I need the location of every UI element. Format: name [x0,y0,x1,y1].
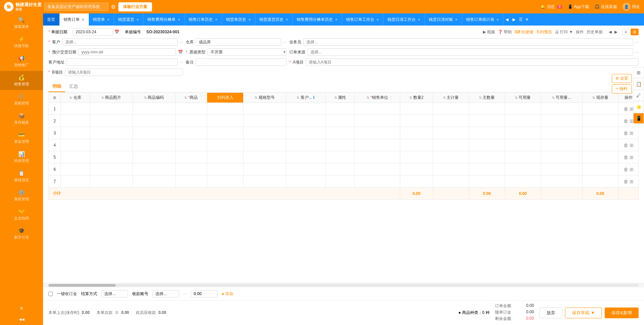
copy-btn-6[interactable]: ⊞ [630,167,634,172]
aproject-input[interactable] [306,58,639,66]
tab-close-daily-workbench[interactable]: ✕ [418,18,420,22]
sidebar-item-quicknav[interactable]: ⚡ 快捷导航 [0,33,43,52]
tab-close-sales-order[interactable]: ✕ [82,18,84,22]
tab-close-all-btn[interactable]: ✕ [524,13,530,26]
form-view-btn[interactable]: ⊞ [631,29,639,35]
cell-scan-1[interactable] [207,103,243,115]
payment-amount-input[interactable] [191,290,218,297]
tab-close-sales-receipt[interactable]: ✕ [107,18,110,22]
cell-code-1[interactable] [132,103,175,115]
cell-customer-code-1[interactable] [286,103,326,115]
tab-return-history[interactable]: 销货退货历史 ✕ [255,13,293,26]
sidebar-item-finance[interactable]: 💳 资金管理 [0,128,43,148]
tab-home[interactable]: 首页 [43,13,60,26]
cell-avail-1[interactable] [505,103,541,115]
settlement-method-select[interactable]: 选择... [101,290,128,297]
receipt-account-select[interactable]: 选择... [152,290,179,297]
right-tool-btn-1[interactable]: ⊞ [633,67,644,78]
user-area[interactable]: 👤 用友 [622,3,640,11]
cell-main-unit-1[interactable] [433,103,469,115]
tab-sales-return[interactable]: 销货退货 ✕ [114,13,143,26]
sidebar-item-sales[interactable]: 💰 销售管理 [0,71,43,90]
right-tool-btn-2[interactable]: 📋 [633,79,644,89]
profit-btn[interactable]: 毛利预告 [536,29,552,35]
tab-order-stats[interactable]: 销售订单统计表 ✕ [462,13,503,26]
tab-detail[interactable]: 明细 [48,81,65,92]
copy-btn-5[interactable]: ⊞ [630,155,634,160]
discard-button[interactable]: 放弃 [539,308,562,318]
cell-avail2-1[interactable] [541,103,582,115]
solution-button[interactable]: 体验行业方案 [118,2,152,11]
history-btn[interactable]: 历史单据 [586,29,603,35]
th-scan[interactable]: 扫码录入 [207,93,243,103]
save-draft-dropdown-icon[interactable]: ▼ [591,310,595,315]
warehouse-input[interactable] [196,38,281,46]
tab-order-workbench[interactable]: 销售订单工作台 ✕ [342,13,383,26]
cell-attr-1[interactable] [326,103,355,115]
cell-qty2-1[interactable] [400,103,433,115]
nav-next-btn[interactable]: ▶ [614,29,618,35]
warehouse-more-btn[interactable]: ··· [283,40,287,44]
cell-warehouse-1[interactable] [61,103,90,115]
tab-expense-history[interactable]: 销售费用分摊单历史 ✕ [293,13,342,26]
cell-unit-1[interactable] [355,103,400,115]
print-dropdown-icon[interactable]: ▼ [569,30,573,34]
add-payment-btn[interactable]: ● 添加 [222,291,233,297]
tab-close-stats[interactable]: ✕ [496,18,499,22]
shortcut-btn[interactable]: ⌨ 快捷键 [515,29,533,35]
tab-close-sales-return[interactable]: ✕ [136,18,139,22]
order-source-input[interactable] [307,48,633,56]
online-service-btn[interactable]: 🎧 在线客服 [595,4,617,10]
customer-input[interactable] [62,38,178,46]
scrollbar-area[interactable] [43,283,644,287]
save-new-button[interactable]: 保存&新增 [605,308,639,318]
tab-sales-order-history[interactable]: 销售订单历史 ✕ [185,13,222,26]
delivery-calendar-icon[interactable]: 📅 [178,50,183,54]
copy-btn-1[interactable]: ⊞ [630,106,634,112]
notification-btn[interactable]: 🔔 消息 9 [540,4,562,10]
sidebar-item-system[interactable]: ⚙️ 系统管理 [0,186,43,205]
staff-more-btn[interactable]: ··· [635,40,639,44]
cell-product-1[interactable] [175,103,207,115]
right-tool-btn-5[interactable]: 📱 [633,113,644,124]
cell-main-qty-1[interactable] [469,103,505,115]
copy-btn-3[interactable]: ⊞ [630,130,634,136]
sidebar-item-settings[interactable]: ⚙ [0,303,43,314]
date-input[interactable]: 2023-03-24 [73,28,113,36]
system-selector[interactable]: 装备及固定资产辅助管理系统 [44,3,108,11]
copy-btn-4[interactable]: ⊞ [630,143,634,148]
cell-current-1[interactable] [582,103,618,115]
right-tool-btn-4[interactable]: ⭐ [633,101,644,112]
delete-btn-5[interactable]: 🗑 [623,155,628,160]
tab-sales-expense[interactable]: 销售费用分摊单 ✕ [143,13,185,26]
sidebar-item-search[interactable]: 🔍 搜索菜单 [0,13,43,33]
delete-btn-1[interactable]: 🗑 [623,106,628,112]
sidebar-item-marketing[interactable]: 📢 营销推广 [0,52,43,71]
sidebar-item-guide[interactable]: 🎓 新手引导 [0,224,43,243]
sidebar-item-collab[interactable]: 🤝 企业协同 [0,205,43,224]
tab-close-reconcile[interactable]: ✕ [455,18,458,22]
right-tool-btn-3[interactable]: 🖊 [633,90,644,101]
tab-close-return-history[interactable]: ✕ [286,18,288,22]
tab-receipt-history[interactable]: 销货单历史 ✕ [222,13,255,26]
invoice-select[interactable]: 不开票 [207,48,287,56]
sidebar-item-purchase[interactable]: 🛒 采购管理 [0,90,43,109]
app-download-btn[interactable]: 📱 App下载 [568,4,589,10]
calendar-icon[interactable]: 📅 [114,30,119,34]
delivery-input[interactable] [78,48,176,56]
tab-menu-btn[interactable]: ☰ [518,13,524,26]
customer-more-btn[interactable]: ··· [180,40,183,44]
remark-input[interactable] [196,58,287,66]
dots-more[interactable]: ··· [183,291,187,296]
sidebar-item-operation[interactable]: 📊 经营管理 [0,148,43,167]
gear-icon[interactable]: ⚙ [53,95,56,100]
quick-settlement-checkbox[interactable] [48,292,53,296]
sidebar-item-collapse[interactable]: ◀◀ [0,314,43,325]
address-input[interactable] [67,58,178,66]
tab-daily-workbench[interactable]: 钱货日清工作台 ✕ [383,13,425,26]
delete-btn-4[interactable]: 🗑 [623,143,628,148]
add-material-btn[interactable]: + 物料 [612,84,632,93]
th-gear[interactable]: ⚙ [49,93,61,103]
list-view-btn[interactable]: ≡ [622,29,629,35]
sidebar-item-inventory[interactable]: 📦 库存核算 [0,109,43,128]
